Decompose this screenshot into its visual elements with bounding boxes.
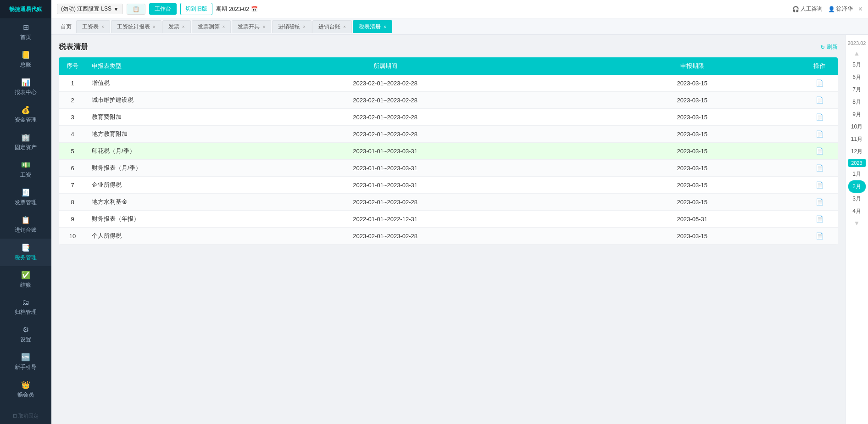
- tab-payroll-table[interactable]: 工资表 ×: [76, 20, 110, 33]
- cell-type: 地方教育附加: [86, 126, 187, 143]
- period-label: 期期 2023-02 📅: [216, 5, 258, 13]
- sidebar-label-payroll: 工资: [20, 171, 31, 179]
- cell-deadline: 2023-03-15: [583, 75, 801, 92]
- cell-no: 5: [59, 143, 86, 160]
- settings-icon: ⚙: [22, 325, 29, 334]
- month-1[interactable]: 1月: [848, 168, 866, 180]
- unpin-button[interactable]: ⊞ 取消固定: [0, 408, 51, 424]
- member-icon: 👑: [21, 380, 30, 389]
- cell-deadline: 2023-03-15: [583, 143, 801, 160]
- table-row: 1 增值税 2023-02-01~2023-02-28 2023-03-15 📄: [59, 75, 838, 92]
- sidebar-item-reports[interactable]: 📊 报表中心: [0, 73, 51, 101]
- tab-home[interactable]: 首页: [57, 21, 75, 33]
- refresh-label: 刷新: [827, 43, 838, 51]
- tab-tax-register-close[interactable]: ×: [384, 24, 386, 29]
- switch-old-button[interactable]: 切到旧版: [180, 3, 212, 15]
- tab-payroll-stats-close[interactable]: ×: [153, 24, 156, 29]
- cell-period: 2023-02-01~2023-02-28: [187, 92, 583, 109]
- tab-invoice-open-close[interactable]: ×: [262, 24, 265, 29]
- tab-purchase-verify[interactable]: 进销稽核 ×: [272, 20, 312, 33]
- user-menu[interactable]: 👤 徐泽华: [828, 5, 853, 13]
- sidebar-item-funds[interactable]: 💰 资金管理: [0, 101, 51, 128]
- action-view-icon[interactable]: 📄: [816, 232, 823, 240]
- company-selector[interactable]: (勿动) 江西股宜-LSS ▼: [57, 4, 123, 14]
- sidebar-item-settings[interactable]: ⚙ 设置: [0, 321, 51, 348]
- cell-action: 📄: [801, 177, 838, 194]
- cell-no: 2: [59, 92, 86, 109]
- copy-icon[interactable]: 📋: [127, 4, 145, 15]
- sidebar-item-archive[interactable]: 🗂 归档管理: [0, 294, 51, 321]
- action-view-icon[interactable]: 📄: [816, 96, 823, 104]
- tab-invoice-close[interactable]: ×: [182, 24, 185, 29]
- month-8[interactable]: 8月: [848, 96, 866, 108]
- tab-purchase-ledger-label: 进销台账: [318, 23, 340, 31]
- sidebar-label-fixed-assets: 固定资产: [15, 144, 37, 151]
- action-view-icon[interactable]: 📄: [816, 164, 823, 172]
- tab-tax-register[interactable]: 税表清册 ×: [353, 20, 392, 33]
- action-view-icon[interactable]: 📄: [816, 181, 823, 189]
- sidebar: 畅捷通易代账 ⊞ 首页 📒 总账 📊 报表中心 💰 资金管理 🏢 固定资产 💵 …: [0, 0, 51, 424]
- month-12[interactable]: 12月: [848, 145, 866, 158]
- month-11[interactable]: 11月: [848, 133, 866, 145]
- tab-purchase-verify-label: 进销稽核: [278, 23, 300, 31]
- cell-no: 1: [59, 75, 86, 92]
- tab-payroll-stats[interactable]: 工资统计报表 ×: [111, 20, 161, 33]
- sidebar-item-home[interactable]: ⊞ 首页: [0, 18, 51, 46]
- cell-period: 2023-01-01~2023-03-31: [187, 160, 583, 177]
- tab-purchase-ledger[interactable]: 进销台账 ×: [312, 20, 352, 33]
- sidebar-item-fixed-assets[interactable]: 🏢 固定资产: [0, 128, 51, 156]
- main-area: (勿动) 江西股宜-LSS ▼ 📋 工作台 切到旧版 期期 2023-02 📅 …: [51, 0, 868, 424]
- action-view-icon[interactable]: 📄: [816, 130, 823, 138]
- sidebar-label-funds: 资金管理: [15, 116, 37, 124]
- month-6[interactable]: 6月: [848, 71, 866, 84]
- topbar: (勿动) 江西股宜-LSS ▼ 📋 工作台 切到旧版 期期 2023-02 📅 …: [51, 0, 868, 18]
- ledger-icon: 📒: [21, 50, 30, 59]
- ai-consult-button[interactable]: 🎧 人工咨询: [792, 5, 823, 13]
- tab-invoice[interactable]: 发票 ×: [162, 20, 191, 33]
- action-view-icon[interactable]: 📄: [816, 79, 823, 87]
- month-10[interactable]: 10月: [848, 121, 866, 133]
- month-5[interactable]: 5月: [848, 59, 866, 71]
- month-7[interactable]: 7月: [848, 84, 866, 96]
- sidebar-item-payroll[interactable]: 💵 工资: [0, 156, 51, 184]
- cell-period: 2023-01-01~2023-03-31: [187, 143, 583, 160]
- action-view-icon[interactable]: 📄: [816, 147, 823, 155]
- tab-purchase-ledger-close[interactable]: ×: [343, 24, 346, 29]
- scroll-up-button[interactable]: ▲: [852, 48, 862, 59]
- cell-action: 📄: [801, 92, 838, 109]
- tab-home-label: 首页: [61, 23, 72, 31]
- sidebar-item-member[interactable]: 👑 畅会员: [0, 376, 51, 403]
- tab-invoice-verify[interactable]: 发票测算 ×: [192, 20, 231, 33]
- col-header-action: 操作: [801, 57, 838, 75]
- tab-invoice-open[interactable]: 发票开具 ×: [232, 20, 271, 33]
- settle-icon: ✅: [21, 271, 30, 279]
- tab-invoice-verify-close[interactable]: ×: [223, 24, 225, 29]
- calendar-icon[interactable]: 📅: [251, 6, 258, 12]
- cell-type: 地方水利基金: [86, 194, 187, 211]
- month-2[interactable]: 2月: [848, 180, 866, 193]
- month-3[interactable]: 3月: [848, 193, 866, 205]
- cell-period: 2023-02-01~2023-02-28: [187, 75, 583, 92]
- action-view-icon[interactable]: 📄: [816, 215, 823, 223]
- col-header-no: 序号: [59, 57, 86, 75]
- sidebar-item-purchase-sales[interactable]: 📋 进销台账: [0, 211, 51, 239]
- sidebar-item-tax[interactable]: 📑 税务管理: [0, 239, 51, 266]
- period-text: 期期: [216, 5, 227, 13]
- sidebar-item-invoice[interactable]: 🧾 发票管理: [0, 184, 51, 211]
- chevron-down-icon: ▼: [113, 6, 119, 12]
- scroll-down-button[interactable]: ▼: [852, 218, 862, 229]
- month-4[interactable]: 4月: [848, 205, 866, 218]
- refresh-button[interactable]: ↻ 刷新: [820, 43, 838, 51]
- tab-payroll-table-close[interactable]: ×: [101, 24, 104, 29]
- sidebar-item-guide[interactable]: 🆕 新手引导: [0, 348, 51, 376]
- cell-no: 4: [59, 126, 86, 143]
- month-9[interactable]: 9月: [848, 108, 866, 121]
- close-button[interactable]: ×: [858, 5, 862, 13]
- action-view-icon[interactable]: 📄: [816, 113, 823, 121]
- sidebar-item-settle[interactable]: ✅ 结账: [0, 266, 51, 294]
- workstation-button[interactable]: 工作台: [149, 3, 177, 15]
- tab-purchase-verify-close[interactable]: ×: [303, 24, 306, 29]
- sidebar-item-ledger[interactable]: 📒 总账: [0, 46, 51, 73]
- action-view-icon[interactable]: 📄: [816, 198, 823, 206]
- sidebar-label-purchase-sales: 进销台账: [15, 226, 37, 234]
